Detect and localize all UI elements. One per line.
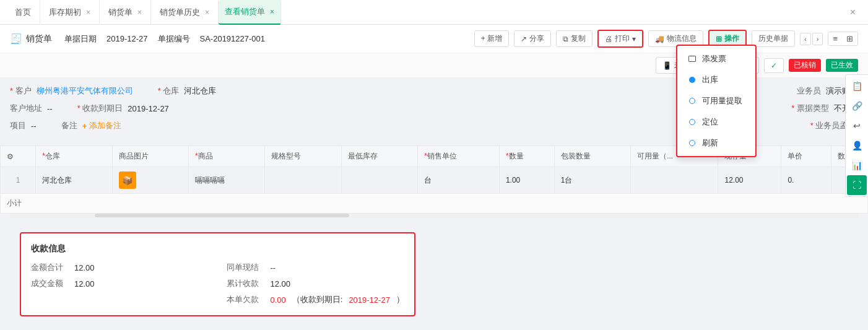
remark-field: 备注 添加备注 — [61, 120, 122, 131]
share-button[interactable]: ↗ 分享 — [514, 30, 551, 47]
th-quantity: *数量 — [499, 146, 554, 167]
operate-icon: ⊞ — [716, 35, 722, 43]
table-row: 1 河北仓库 📦 嗝嗝嗝嗝 台 1.00 1台 12.00 0. — [1, 167, 868, 194]
payment-grid: 金额合计 12.00 同单现结 -- 成交金额 12.00 累计收款 12.00 — [31, 262, 404, 305]
th-settings[interactable]: ⚙ — [1, 146, 36, 167]
payment-section: 收款信息 金额合计 12.00 同单现结 -- 成交金额 12.00 累计收款 … — [20, 232, 415, 316]
sidebar-expand-icon[interactable]: ⛶ — [847, 175, 867, 195]
tab-home[interactable]: 首页 — [6, 0, 40, 25]
total-amount-row: 金额合计 12.00 — [31, 262, 208, 273]
same-order-value: -- — [270, 263, 276, 272]
payment-title: 收款信息 — [31, 243, 404, 254]
row-pack-qty: 1台 — [554, 167, 630, 194]
right-sidebar: 📋 🔗 ↩ 👤 📊 ⛶ — [845, 74, 868, 197]
add-invoice-label: 添发票 — [702, 53, 726, 64]
sidebar-link-icon[interactable]: 🔗 — [847, 96, 867, 116]
close-tab-sales[interactable]: × — [137, 8, 142, 17]
phone-icon: 📱 — [662, 61, 672, 70]
ticket-type-label: 票据类型 — [791, 103, 829, 114]
sidebar-return-icon[interactable]: ↩ — [847, 116, 867, 136]
due-date-label: 收款到期日 — [77, 103, 123, 114]
sidebar-chart-icon[interactable]: 📊 — [847, 155, 867, 175]
doc-type-label: 销货单 — [26, 33, 52, 45]
date-label: 单据日期 — [64, 33, 97, 45]
th-warehouse: *仓库 — [36, 146, 112, 167]
list-view-button[interactable]: ≡ — [828, 32, 842, 45]
row-min-stock — [341, 167, 417, 194]
new-button[interactable]: + 新增 — [474, 30, 509, 47]
effect-badge: 已生效 — [826, 59, 858, 72]
cumulative-row: 累计收款 12.00 — [227, 278, 404, 289]
customer-field: 客户 柳州粤港平安气体有限公司 — [10, 85, 133, 97]
doc-meta: 单据日期 2019-12-27 单据编号 SA-20191227-001 — [64, 33, 265, 45]
close-tab-sales-history[interactable]: × — [205, 8, 209, 17]
close-tab-view-sales[interactable]: × — [270, 7, 274, 16]
add-remark-button[interactable]: 添加备注 — [82, 120, 122, 131]
sales-order-icon: 🧾 — [10, 33, 22, 45]
owe-note: （收款到期日: — [292, 294, 343, 305]
row-spec — [265, 167, 341, 194]
add-invoice-item[interactable]: 添发票 — [677, 48, 755, 69]
cumulative-label: 累计收款 — [227, 278, 264, 289]
tab-sales-history[interactable]: 销货单历史 × — [151, 0, 219, 25]
project-label: 项目 — [10, 120, 26, 131]
salesman-label: 业务员孟 — [810, 120, 848, 131]
prev-button[interactable]: ‹ — [800, 33, 811, 45]
th-image: 商品图片 — [112, 146, 188, 167]
row-quantity: 1.00 — [499, 167, 554, 194]
doc-title: 🧾 销货单 — [10, 33, 52, 45]
refresh-icon — [687, 138, 697, 148]
row-price: 0. — [781, 167, 831, 194]
due-date-value: 2019-12-27 — [128, 104, 169, 113]
tab-view-sales[interactable]: 查看销货单 × — [219, 0, 281, 25]
tab-inventory-init[interactable]: 库存期初 × — [40, 0, 100, 25]
subtotal-label: 小计 — [1, 194, 868, 214]
address-value: -- — [47, 104, 53, 113]
transaction-row: 成交金额 12.00 — [31, 278, 208, 289]
customer-value[interactable]: 柳州粤港平安气体有限公司 — [37, 85, 133, 97]
row-current-stock: 12.00 — [718, 167, 781, 194]
tab-bar: 首页 库存期初 × 销货单 × 销货单历史 × 查看销货单 × × — [0, 0, 868, 25]
customer-label: 客户 — [10, 85, 32, 97]
th-unit: *销售单位 — [418, 146, 500, 167]
number-label: 单据编号 — [158, 33, 190, 45]
refresh-item[interactable]: 刷新 — [677, 132, 755, 154]
th-min-stock: 最低库存 — [341, 146, 417, 167]
row-num: 1 — [1, 167, 36, 194]
copy-button[interactable]: ⧉ 复制 — [556, 30, 592, 47]
th-price: 单价 — [781, 146, 831, 167]
total-amount-value: 12.00 — [74, 263, 95, 272]
sidebar-doc-icon[interactable]: 📋 — [847, 76, 867, 96]
truck-icon: 🚚 — [655, 35, 664, 43]
available-qty-item[interactable]: 可用量提取 — [677, 90, 755, 111]
outbound-icon — [687, 75, 697, 85]
total-amount-label: 金额合计 — [31, 262, 68, 273]
available-qty-label: 可用量提取 — [702, 95, 742, 106]
tab-sales[interactable]: 销货单 × — [100, 0, 151, 25]
next-button[interactable]: › — [812, 33, 823, 45]
close-tab-inventory[interactable]: × — [86, 8, 90, 17]
sidebar-user-icon[interactable]: 👤 — [847, 136, 867, 155]
refresh-label: 刷新 — [702, 137, 718, 149]
owe-value: 0.00 — [270, 295, 285, 305]
window-close-button[interactable]: × — [844, 7, 862, 18]
confirm-button[interactable]: ✓ — [764, 58, 784, 73]
outbound-item[interactable]: 出库 — [677, 69, 755, 90]
staff-label: 业务员 — [797, 85, 821, 97]
th-product: *商品 — [189, 146, 265, 167]
locate-icon — [687, 117, 697, 127]
confirm-icon: ✓ — [771, 61, 777, 70]
th-pack-qty: 包装数量 — [554, 146, 630, 167]
history-button[interactable]: 历史单据 — [752, 30, 795, 47]
locate-label: 定位 — [702, 116, 718, 128]
cumulative-value: 12.00 — [270, 279, 290, 289]
row-product: 嗝嗝嗝嗝 — [189, 167, 265, 194]
row-warehouse: 河北仓库 — [36, 167, 112, 194]
print-button[interactable]: 🖨 打印 ▾ — [597, 30, 643, 48]
locate-item[interactable]: 定位 — [677, 111, 755, 132]
payment-area: 收款信息 金额合计 12.00 同单现结 -- 成交金额 12.00 累计收款 … — [0, 220, 868, 330]
row-unit: 台 — [418, 167, 500, 194]
add-invoice-icon — [687, 54, 697, 64]
warehouse-value: 河北仓库 — [184, 85, 216, 97]
grid-view-button[interactable]: ⊞ — [842, 32, 857, 45]
